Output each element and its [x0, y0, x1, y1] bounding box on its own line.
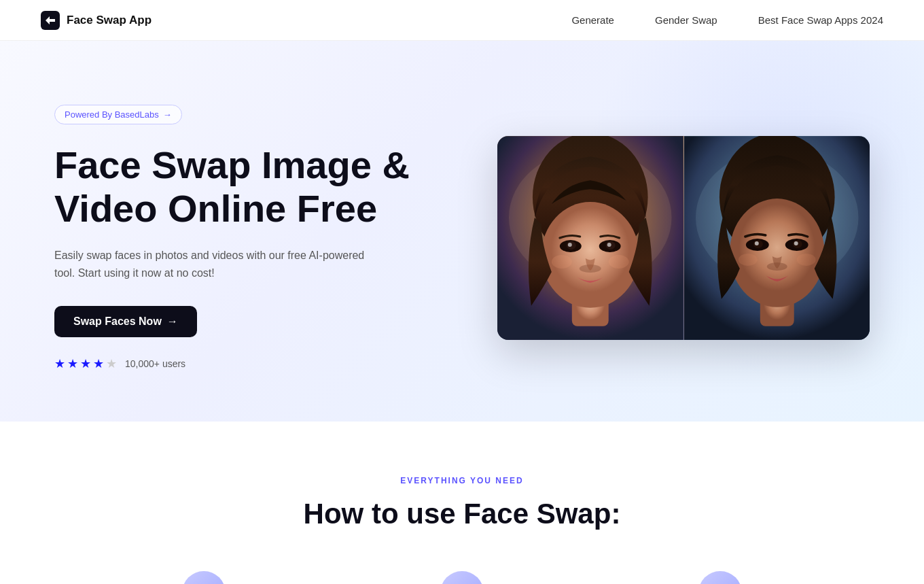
step-3: 3. Download Result	[625, 571, 815, 584]
svg-point-14	[609, 255, 629, 269]
svg-point-28	[796, 254, 815, 266]
step-2-circle: 2.	[440, 571, 484, 584]
main-nav: Generate Gender Swap Best Face Swap Apps…	[571, 14, 883, 26]
svg-point-13	[552, 255, 572, 269]
hero-right	[421, 136, 870, 340]
nav-generate[interactable]: Generate	[571, 14, 614, 26]
badge-arrow: →	[163, 109, 172, 120]
hero-subtitle: Easily swap faces in photos and videos w…	[54, 247, 367, 281]
svg-point-12	[607, 243, 611, 247]
badge-text: Powered By BasedLabs	[65, 109, 159, 120]
svg-point-27	[738, 254, 757, 266]
star-4: ★	[93, 356, 104, 371]
step-1: 1. Upload Photo	[109, 571, 299, 584]
star-3: ★	[80, 356, 91, 371]
step-3-circle: 3.	[698, 571, 742, 584]
star-2: ★	[67, 356, 78, 371]
section-title: How to use Face Swap:	[41, 498, 883, 530]
steps-row: 1. Upload Photo 2. Swap Faces 3. Downloa…	[41, 571, 883, 584]
logo-icon	[41, 11, 60, 30]
svg-point-11	[568, 243, 572, 247]
step-2: 2. Swap Faces	[367, 571, 557, 584]
cta-arrow: →	[167, 315, 178, 328]
logo-text: Face Swap App	[67, 14, 152, 27]
svg-point-26	[794, 241, 798, 245]
star-1: ★	[54, 356, 65, 371]
step-1-circle: 1.	[182, 571, 226, 584]
cta-label: Swap Faces Now	[73, 315, 162, 328]
section-label: EVERYTHING YOU NEED	[41, 476, 883, 485]
powered-badge[interactable]: Powered By BasedLabs →	[54, 105, 182, 124]
hero-section: Powered By BasedLabs → Face Swap Image &…	[0, 41, 924, 422]
hero-title: Face Swap Image & Video Online Free	[54, 143, 421, 231]
hero-left: Powered By BasedLabs → Face Swap Image &…	[54, 105, 421, 372]
svg-point-5	[541, 202, 639, 308]
svg-point-25	[754, 241, 758, 245]
face-swapped	[684, 136, 870, 340]
how-to-section: EVERYTHING YOU NEED How to use Face Swap…	[0, 422, 924, 584]
rating-row: ★ ★ ★ ★ ★ 10,000+ users	[54, 356, 421, 371]
svg-point-19	[729, 199, 824, 307]
nav-gender-swap[interactable]: Gender Swap	[655, 14, 717, 26]
rating-count: 10,000+ users	[125, 358, 185, 369]
face-swap-preview	[497, 136, 870, 340]
star-5: ★	[106, 356, 117, 371]
star-rating: ★ ★ ★ ★ ★	[54, 356, 117, 371]
cta-button[interactable]: Swap Faces Now →	[54, 306, 197, 337]
nav-best-apps[interactable]: Best Face Swap Apps 2024	[758, 14, 883, 26]
face-original	[497, 136, 684, 340]
logo[interactable]: Face Swap App	[41, 11, 152, 30]
